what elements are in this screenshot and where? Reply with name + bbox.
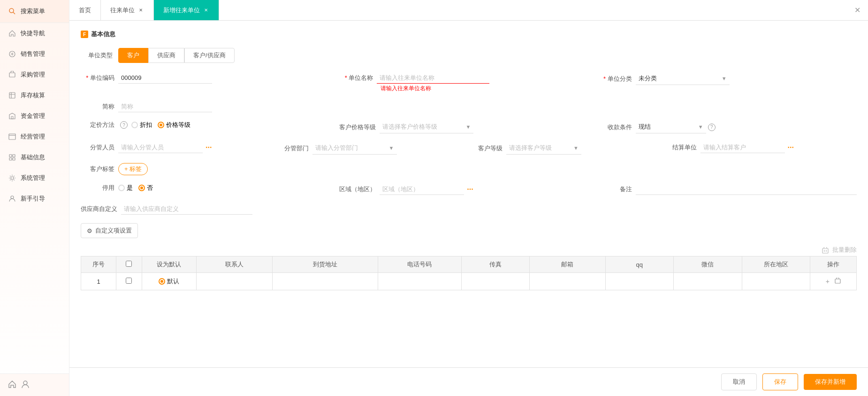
table-row: 1 默认 (81, 273, 857, 290)
region-table-input[interactable] (760, 278, 792, 285)
supplier-custom-label: 供应商自定义 (81, 205, 121, 213)
tab-partners-close[interactable]: ✕ (137, 7, 144, 14)
section-title-text: 基本信息 (91, 30, 115, 39)
sidebar-item-finance[interactable]: 资金管理 (0, 106, 69, 126)
col-seq: 序号 (81, 256, 116, 273)
global-close-button[interactable]: ✕ (847, 0, 868, 20)
save-button[interactable]: 保存 (762, 373, 798, 390)
settlement-more-btn[interactable]: ··· (785, 143, 797, 152)
sidebar-item-search[interactable]: 搜索菜单 (0, 0, 69, 23)
dept-select[interactable]: 请输入分管部门 ▼ (312, 142, 397, 155)
col-region: 所在地区 (742, 256, 810, 273)
payment-help-icon[interactable]: ? (708, 124, 716, 131)
unit-name-label: 单位名称 (339, 74, 377, 82)
contact-input[interactable] (215, 278, 253, 285)
fax-input[interactable] (479, 278, 512, 285)
manager-more-btn[interactable]: ··· (203, 143, 214, 152)
batch-delete-label[interactable]: 批量删除 (832, 246, 857, 253)
pricing-help-icon[interactable]: ? (120, 121, 128, 129)
radio-yes-circle (118, 185, 125, 191)
short-name-input[interactable] (118, 101, 212, 112)
user-bottom-icon[interactable] (21, 380, 30, 390)
weixin-input[interactable] (691, 278, 724, 285)
save-new-button[interactable]: 保存并新增 (804, 374, 857, 390)
radio-price-level-circle (158, 122, 164, 128)
field-customer-level: 客户等级 请选择客户等级 ▼ (469, 142, 663, 155)
add-tag-button[interactable]: + 标签 (118, 163, 148, 175)
sidebar-item-newbie[interactable]: 新手引导 (0, 188, 69, 209)
col-checkbox (116, 256, 142, 273)
type-btn-customer[interactable]: 客户 (118, 48, 148, 63)
sidebar-bottom (0, 373, 69, 396)
type-btn-supplier[interactable]: 供应商 (148, 48, 184, 63)
form-row-pricing: 定价方法 ? 折扣 价格等级 客户价格等级 请选择客户价格等级 (81, 121, 857, 133)
unit-code-label: 单位编码 (81, 74, 118, 82)
cell-weixin[interactable] (674, 273, 742, 290)
remark-input[interactable] (636, 184, 857, 195)
field-customer-price: 客户价格等级 请选择客户价格等级 ▼ (339, 121, 598, 133)
sidebar-item-operations[interactable]: 经营管理 (0, 126, 69, 147)
chevron-down-icon: ▼ (722, 76, 727, 81)
customer-level-select[interactable]: 请选择客户等级 ▼ (506, 142, 581, 155)
default-radio[interactable]: 默认 (147, 277, 192, 286)
manager-input[interactable] (118, 142, 203, 153)
row-checkbox[interactable] (126, 278, 132, 284)
disabled-radio-no[interactable]: 否 (138, 184, 153, 192)
cell-fax[interactable] (461, 273, 530, 290)
cell-email[interactable] (530, 273, 605, 290)
region-more-btn[interactable]: ··· (464, 185, 476, 194)
address-input[interactable] (297, 278, 353, 285)
unit-name-error: 请输入往来单位名称 (381, 85, 431, 93)
field-remark: 备注 (598, 184, 857, 195)
cell-qq[interactable] (605, 273, 674, 290)
row-delete-btn[interactable] (833, 277, 843, 286)
pricing-radio-price-level[interactable]: 价格等级 (158, 121, 190, 129)
select-all-checkbox[interactable] (126, 261, 132, 267)
unit-name-input[interactable] (377, 72, 489, 84)
tab-new-partner[interactable]: 新增往来单位 ✕ (154, 0, 219, 20)
home-bottom-icon[interactable] (8, 380, 17, 390)
col-address: 到货地址 (272, 256, 378, 273)
unit-type-row: 单位类型 客户 供应商 客户/供应商 (81, 48, 857, 63)
sidebar-item-inventory[interactable]: 库存核算 (0, 85, 69, 106)
custom-settings-button[interactable]: ⚙ 自定义项设置 (81, 223, 138, 238)
field-short-name: 简称 (81, 101, 857, 112)
phone-input[interactable] (398, 278, 441, 285)
batch-delete-area: 批量删除 (81, 246, 857, 254)
unit-code-input[interactable] (118, 72, 212, 84)
field-unit-name: 单位名称 请输入往来单位名称 (339, 72, 598, 93)
customer-price-select[interactable]: 请选择客户价格等级 ▼ (380, 121, 473, 133)
sidebar-item-system[interactable]: 系统管理 (0, 168, 69, 188)
sidebar-item-sales[interactable]: 销售管理 (0, 44, 69, 64)
field-region: 区域（地区） ··· (339, 184, 598, 195)
email-input[interactable] (548, 278, 586, 285)
region-input[interactable] (380, 184, 464, 195)
payment-select[interactable]: 现结 ▼ (636, 121, 706, 133)
cell-phone[interactable] (378, 273, 461, 290)
svg-rect-4 (9, 93, 15, 98)
cell-region[interactable] (742, 273, 810, 290)
cancel-button[interactable]: 取消 (721, 373, 757, 390)
settlement-label: 结算单位 (663, 143, 700, 152)
tab-home[interactable]: 首页 (69, 0, 101, 20)
tags-label: 客户标签 (81, 165, 118, 173)
disabled-radio-yes[interactable]: 是 (118, 184, 133, 192)
sidebar-label-inventory: 库存核算 (21, 91, 45, 100)
type-btn-both[interactable]: 客户/供应商 (184, 48, 235, 63)
pricing-radio-discount[interactable]: 折扣 (131, 121, 152, 129)
tab-new-partner-close[interactable]: ✕ (203, 7, 209, 14)
supplier-custom-input[interactable] (121, 203, 252, 215)
sidebar-label-base: 基础信息 (21, 153, 45, 162)
cell-address[interactable] (272, 273, 378, 290)
sidebar-item-quicknav[interactable]: 快捷导航 (0, 23, 69, 44)
row-add-btn[interactable]: + (824, 277, 831, 286)
sidebar-item-purchase[interactable]: 采购管理 (0, 64, 69, 85)
settlement-input[interactable] (700, 142, 785, 153)
tab-partners[interactable]: 往来单位 ✕ (101, 0, 154, 20)
chevron-down-icon3: ▼ (698, 124, 703, 130)
cell-contact[interactable] (197, 273, 272, 290)
unit-category-select[interactable]: 未分类 ▼ (636, 72, 730, 85)
qq-input[interactable] (623, 278, 656, 285)
sidebar-item-base[interactable]: 基础信息 (0, 147, 69, 168)
purchase-icon (8, 70, 17, 79)
